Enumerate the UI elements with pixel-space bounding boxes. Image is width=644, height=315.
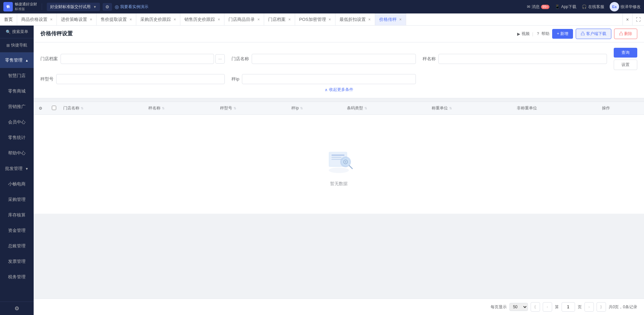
table-body: 暂无数据 [34, 115, 644, 214]
store-profile-input[interactable] [61, 54, 214, 64]
app-download-label: App下载 [561, 4, 576, 10]
tab-sales-history[interactable]: 销售历史价跟踪 × [180, 13, 224, 26]
close-icon[interactable]: × [50, 17, 52, 22]
filter-scale-ip: 秤ip [231, 74, 416, 84]
table-th-weigh-unit[interactable]: 称重单位 ⇅ [429, 102, 514, 115]
sidebar-quick-nav[interactable]: ⊞ 快捷导航 [0, 40, 34, 51]
table-th-scale-ip[interactable]: 秤ip ⇅ [289, 102, 344, 115]
user-menu[interactable]: Ea 徐泽华修改 [610, 2, 641, 11]
tab-goods-price[interactable]: 商品价格设置 × [17, 13, 57, 26]
store-profile-more-button[interactable]: ··· [215, 54, 225, 64]
add-button[interactable]: + 新增 [552, 29, 573, 39]
table-th-scale-model[interactable]: 秤型号 ⇅ [217, 102, 289, 115]
sidebar-item-invoice[interactable]: 发票管理 [0, 254, 34, 269]
help-link[interactable]: ？ 帮助 [536, 31, 549, 37]
table-settings-icon[interactable]: ⚙ [39, 106, 42, 111]
delete-button[interactable]: 凸 删除 [614, 29, 637, 39]
sidebar-item-help[interactable]: 帮助中心 [0, 145, 34, 161]
per-page-select[interactable]: 50 10 20 100 [509, 303, 528, 311]
table-th-scale-name[interactable]: 秤名称 ⇅ [146, 102, 217, 115]
close-icon[interactable]: × [288, 17, 291, 22]
prev-page-button[interactable]: ‹ [543, 302, 552, 312]
video-link[interactable]: ▶ 视频 [517, 31, 530, 37]
messages-button[interactable]: ✉ 消息 99+ [527, 4, 549, 10]
tab-store-profile[interactable]: 门店档案 × [264, 13, 295, 26]
sidebar-item-purchase[interactable]: 采购管理 [0, 192, 34, 207]
query-button[interactable]: 查询 [614, 48, 637, 58]
sort-icon: ⇅ [234, 106, 236, 110]
next-page-button[interactable]: › [584, 302, 594, 312]
sidebar-item-ecommerce-label: 小畅电商 [8, 181, 26, 186]
env-selector[interactable]: 好业财标准版交付试用 ▼ [47, 3, 100, 11]
close-icon[interactable]: × [130, 17, 132, 22]
sidebar-item-retail[interactable]: 零售管理 ▲ [0, 53, 34, 68]
sidebar-item-ledger[interactable]: 总账管理 [0, 238, 34, 254]
sidebar-item-marketing[interactable]: 营销推广 [0, 99, 34, 114]
last-page-button[interactable]: ⟫ [597, 302, 606, 312]
sidebar-item-retail-stats[interactable]: 零售统计 [0, 130, 34, 145]
table-th-store-name[interactable]: 门店名称 ⇅ [61, 102, 146, 115]
sidebar-search[interactable]: 🔍 搜索菜单 [0, 26, 34, 38]
page-number-input[interactable] [562, 302, 575, 312]
sidebar-item-tax[interactable]: 税务管理 [0, 269, 34, 285]
scale-model-input[interactable] [56, 74, 225, 84]
close-tab-button[interactable]: × [622, 13, 632, 26]
tab-sale-price[interactable]: 售价提取设置 × [97, 13, 136, 26]
close-icon[interactable]: × [218, 17, 220, 22]
download-button[interactable]: 凸 客户端下载 [576, 29, 611, 39]
scale-name-input[interactable] [438, 54, 607, 64]
sidebar-item-member[interactable]: 会员中心 [0, 114, 34, 130]
scale-ip-input[interactable] [242, 74, 416, 84]
th-sort-scale-name: 秤名称 ⇅ [148, 105, 165, 111]
sidebar-item-inventory[interactable]: 库存核算 [0, 207, 34, 223]
table-area: ⚙ 门店名称 ⇅ 秤名称 [34, 98, 644, 299]
tab-purchase-strategy[interactable]: 进价策略设置 × [57, 13, 97, 26]
svg-rect-3 [331, 154, 345, 156]
sidebar-item-wholesale[interactable]: 批发管理 ▼ [0, 161, 34, 176]
select-all-checkbox[interactable] [52, 106, 56, 110]
demo-link[interactable]: ◎ 我要看实例演示 [115, 4, 148, 10]
maximize-tab-button[interactable]: ⛶ [632, 13, 644, 26]
expand-arrow-icon: ▲ [25, 59, 29, 62]
sidebar-settings-icon[interactable]: ⚙ [14, 305, 19, 312]
close-icon[interactable]: × [329, 17, 331, 22]
close-icon[interactable]: × [174, 17, 176, 22]
table-th-settings[interactable]: ⚙ [34, 102, 47, 115]
sidebar-item-finance[interactable]: 资金管理 [0, 223, 34, 238]
settings-icon[interactable]: ⚙ [103, 3, 112, 11]
scale-model-label: 秤型号 [40, 76, 53, 82]
close-icon[interactable]: × [368, 17, 371, 22]
store-name-input[interactable] [252, 54, 416, 64]
tab-purchase-history[interactable]: 采购历史价跟踪 × [136, 13, 180, 26]
app-download-button[interactable]: 📱 App下载 [555, 4, 576, 10]
svg-line-8 [349, 166, 352, 169]
sidebar-item-tax-label: 税务管理 [8, 274, 26, 279]
online-service-button[interactable]: 🎧 在线客服 [582, 4, 604, 10]
close-icon[interactable]: × [399, 17, 402, 22]
table-th-barcode-type[interactable]: 条码类型 ⇅ [344, 102, 429, 115]
demo-label: 我要看实例演示 [120, 4, 148, 10]
sidebar-item-ecommerce[interactable]: 小畅电商 [0, 176, 34, 192]
close-icon[interactable]: × [257, 17, 260, 22]
tab-min-discount[interactable]: 最低折扣设置 × [335, 13, 375, 26]
table-th-checkbox[interactable] [47, 102, 61, 115]
close-icon[interactable]: × [90, 17, 92, 22]
sidebar-item-ledger-label: 总账管理 [8, 243, 26, 248]
tab-home[interactable]: 首页 [0, 13, 17, 26]
sidebar-item-invoice-label: 发票管理 [8, 259, 26, 264]
collapse-bar[interactable]: ∧ 收起更多条件 [40, 85, 637, 95]
sidebar-item-smartstore[interactable]: 智慧门店 [0, 68, 34, 83]
settings-filter-button[interactable]: 设置 [614, 60, 637, 70]
app-name-block: 畅捷通好业财 标准版 [15, 2, 37, 11]
th-scale-name-label: 秤名称 [148, 105, 160, 111]
tab-store-catalog[interactable]: 门店商品目录 × [224, 13, 264, 26]
separator: | [532, 31, 533, 36]
sort-icon: ⇅ [162, 106, 165, 110]
th-sort-barcode-type: 条码类型 ⇅ [347, 105, 367, 111]
tab-pos-encrypt[interactable]: POS加密管理 × [295, 13, 335, 26]
top-bar: 畅 畅捷通好业财 标准版 好业财标准版交付试用 ▼ ⚙ ◎ 我要看实例演示 ✉ … [0, 0, 644, 13]
sidebar-item-onlinestore[interactable]: 零售商城 [0, 83, 34, 99]
tab-price-scale[interactable]: 价格传秤 × [375, 13, 406, 26]
first-page-button[interactable]: ⟪ [531, 302, 540, 312]
filter-row-2: 秤型号 秤ip [40, 74, 637, 84]
